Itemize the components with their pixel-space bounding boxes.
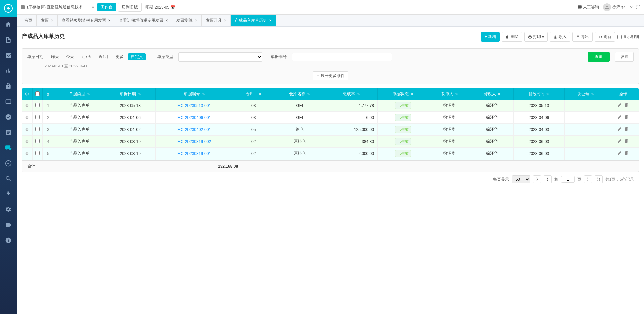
- col-creator[interactable]: 制单人 ⇅: [428, 88, 471, 100]
- row-select-checkbox[interactable]: [35, 115, 40, 119]
- table-row[interactable]: ⚙ 1 产品入库单 2023-05-13 MC-20230513-001 03 …: [22, 100, 639, 112]
- col-number[interactable]: 单据编号 ⇅: [156, 88, 233, 100]
- table-row[interactable]: ⚙ 3 产品入库单 2023-04-02 MC-20230402-001 05 …: [22, 124, 639, 136]
- tab-check-input-vat-close[interactable]: ✕: [165, 19, 168, 22]
- sidebar-item-settings[interactable]: [0, 202, 17, 217]
- col-date[interactable]: 单据日期 ⇅: [105, 88, 156, 100]
- prev-page-button[interactable]: ⟨: [544, 175, 552, 183]
- row-number-link[interactable]: MC-20230319-001: [177, 151, 211, 156]
- tab-product-instock-close[interactable]: ✕: [269, 19, 272, 22]
- row-number-link[interactable]: MC-20230513-001: [177, 103, 211, 108]
- query-button[interactable]: 查询: [588, 52, 610, 62]
- sidebar-item-video[interactable]: [0, 217, 17, 233]
- delete-row-icon[interactable]: [624, 103, 629, 108]
- edit-icon[interactable]: [617, 139, 622, 144]
- close-window-btn[interactable]: ✕: [629, 5, 634, 10]
- tab-invoice-open[interactable]: 发票开具 ✕: [202, 15, 231, 27]
- table-row[interactable]: ⚙ 4 产品入库单 2023-03-19 MC-20230319-002 02 …: [22, 136, 639, 148]
- row-settings-icon[interactable]: ⚙: [22, 124, 32, 136]
- date-chip-7days[interactable]: 近7天: [78, 53, 94, 60]
- row-number[interactable]: MC-20230319-002: [156, 136, 233, 148]
- sidebar-item-analytics[interactable]: [0, 48, 17, 63]
- col-type[interactable]: 单据类型 ⇅: [54, 88, 105, 100]
- next-page-button[interactable]: ⟩: [584, 175, 592, 183]
- col-voucher[interactable]: 凭证号 ⇅: [564, 88, 607, 100]
- select-all-checkbox[interactable]: [35, 91, 40, 96]
- col-modifier[interactable]: 修改人 ⇅: [471, 88, 514, 100]
- tab-invoice-calc-close[interactable]: ✕: [195, 19, 197, 22]
- row-number[interactable]: MC-20230406-001: [156, 112, 233, 124]
- edit-icon[interactable]: [617, 151, 622, 156]
- switch-version-button[interactable]: 切到旧版: [118, 3, 142, 12]
- import-button[interactable]: 导入: [550, 32, 570, 42]
- row-checkbox[interactable]: [32, 112, 42, 124]
- row-number-link[interactable]: MC-20230319-002: [177, 139, 211, 144]
- sidebar-item-document[interactable]: [0, 32, 17, 48]
- date-chip-1month[interactable]: 近1月: [96, 53, 112, 60]
- row-settings-icon[interactable]: ⚙: [22, 112, 32, 124]
- col-status[interactable]: 单据状态 ⇅: [377, 88, 428, 100]
- row-select-checkbox[interactable]: [35, 103, 40, 107]
- row-checkbox[interactable]: [32, 100, 42, 112]
- type-filter-select[interactable]: [178, 52, 262, 62]
- row-settings-icon[interactable]: ⚙: [22, 100, 32, 112]
- number-filter-input[interactable]: [292, 53, 392, 61]
- col-warehouse-name[interactable]: 仓库名称 ⇅: [274, 88, 325, 100]
- tab-invoice-close[interactable]: ✕: [51, 19, 53, 22]
- company-dropdown-icon[interactable]: ▾: [92, 5, 94, 10]
- tab-invoice-open-close[interactable]: ✕: [224, 19, 226, 22]
- tab-home[interactable]: 首页: [20, 15, 37, 27]
- row-checkbox[interactable]: [32, 148, 42, 160]
- row-settings-icon[interactable]: ⚙: [22, 148, 32, 160]
- delete-button[interactable]: 删除: [502, 32, 522, 42]
- delete-row-icon[interactable]: [624, 115, 629, 120]
- sidebar-item-warehouse[interactable]: [0, 140, 17, 155]
- col-warehouse-code[interactable]: 仓库... ⇅: [233, 88, 274, 100]
- edit-icon[interactable]: [617, 103, 622, 108]
- row-checkbox[interactable]: [32, 124, 42, 136]
- edit-icon[interactable]: [617, 115, 622, 120]
- sidebar-item-lock[interactable]: [0, 78, 17, 94]
- table-row[interactable]: ⚙ 5 产品入库单 2023-03-19 MC-20230319-001 02 …: [22, 148, 639, 160]
- row-number-link[interactable]: MC-20230406-001: [177, 115, 211, 120]
- sidebar-item-home[interactable]: [0, 17, 17, 32]
- page-number-input[interactable]: [561, 176, 575, 183]
- row-number[interactable]: MC-20230402-001: [156, 124, 233, 136]
- set-button[interactable]: 设置: [615, 52, 634, 62]
- sidebar-item-manage[interactable]: [0, 109, 17, 125]
- table-row[interactable]: ⚙ 2 产品入库单 2023-04-06 MC-20230406-001 03 …: [22, 112, 639, 124]
- first-page-button[interactable]: ⟨⟨: [533, 175, 541, 183]
- tab-check-sales-vat[interactable]: 查看销项增值税专用发票 ✕: [58, 15, 115, 27]
- expand-more-button[interactable]: 展开更多条件: [313, 71, 348, 80]
- display-cols-checkbox[interactable]: [617, 35, 622, 39]
- col-total-cost[interactable]: 总成本 ⇅: [325, 88, 378, 100]
- sidebar-item-report[interactable]: [0, 125, 17, 140]
- col-modify-time[interactable]: 修改时间 ⇅: [514, 88, 565, 100]
- display-cols-label[interactable]: 显示明细: [623, 34, 639, 40]
- last-page-button[interactable]: ⟩⟩: [595, 175, 603, 183]
- row-settings-icon[interactable]: ⚙: [22, 136, 32, 148]
- date-chip-more[interactable]: 更多: [113, 53, 126, 60]
- maximize-window-btn[interactable]: ⛶: [635, 5, 641, 10]
- new-button[interactable]: + 新增: [481, 32, 500, 42]
- workbench-button[interactable]: 工作台: [97, 3, 116, 11]
- tab-check-sales-vat-close[interactable]: ✕: [108, 19, 111, 22]
- col-settings[interactable]: ⚙: [22, 88, 32, 100]
- sidebar-item-search2[interactable]: [0, 171, 17, 186]
- assistant-btn[interactable]: 人工咨询: [577, 4, 599, 10]
- tab-product-instock[interactable]: 产成品入库单历史 ✕: [231, 15, 276, 27]
- row-select-checkbox[interactable]: [35, 139, 40, 143]
- row-number[interactable]: MC-20230513-001: [156, 100, 233, 112]
- date-chip-custom[interactable]: 自定义: [128, 53, 146, 60]
- date-chip-yesterday[interactable]: 昨天: [48, 53, 62, 60]
- app-logo[interactable]: [0, 0, 17, 17]
- delete-row-icon[interactable]: [624, 127, 629, 132]
- sidebar-item-download[interactable]: [0, 186, 17, 202]
- sidebar-item-process[interactable]: [0, 155, 17, 171]
- row-checkbox[interactable]: [32, 136, 42, 148]
- date-chip-today[interactable]: 今天: [63, 53, 77, 60]
- per-page-select[interactable]: 50 10 20 100: [512, 175, 530, 183]
- row-select-checkbox[interactable]: [35, 127, 40, 131]
- tab-invoice-calc[interactable]: 发票测算 ✕: [172, 15, 202, 27]
- row-number[interactable]: MC-20230319-001: [156, 148, 233, 160]
